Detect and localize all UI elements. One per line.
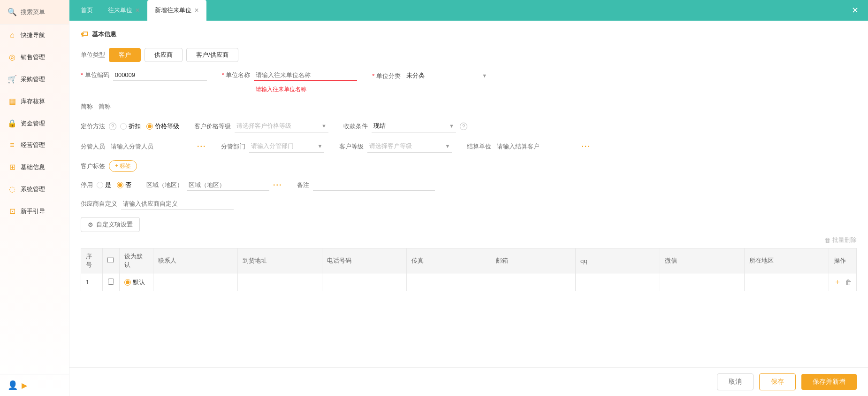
pricing-label: 定价方法 bbox=[81, 122, 105, 131]
cancel-button[interactable]: 取消 bbox=[717, 373, 754, 390]
unit-category-arrow: ▼ bbox=[482, 73, 487, 78]
unit-btn-customer[interactable]: 客户 bbox=[109, 48, 141, 62]
pricing-help-icon[interactable]: ? bbox=[109, 123, 116, 130]
sidebar-item-sales[interactable]: ◎ 销售管理 bbox=[0, 46, 69, 68]
row-checkbox[interactable] bbox=[107, 279, 114, 285]
sidebar-item-basic[interactable]: ⊞ 基础信息 bbox=[0, 156, 69, 178]
tab-partner-list[interactable]: 往来单位 ✕ bbox=[100, 0, 147, 21]
del-row-btn[interactable]: 🗑 bbox=[845, 279, 852, 286]
department-select[interactable]: 请输入分管部门 ▼ bbox=[249, 140, 324, 153]
remark-input[interactable] bbox=[313, 179, 435, 191]
disabled-radio-no[interactable]: 否 bbox=[117, 181, 131, 189]
col-checkbox bbox=[103, 248, 120, 273]
region-table-input[interactable] bbox=[749, 279, 824, 286]
sidebar-item-newbie[interactable]: ⊡ 新手引导 bbox=[0, 200, 69, 222]
supplier-custom-input[interactable] bbox=[121, 198, 234, 210]
sidebar-item-quick-nav[interactable]: ⌂ 快捷导航 bbox=[0, 24, 69, 46]
discount-label: 折扣 bbox=[129, 122, 141, 131]
payment-terms-arrow: ▼ bbox=[449, 123, 454, 129]
price-level-dot bbox=[148, 124, 152, 128]
row-contact bbox=[153, 273, 238, 291]
settlement-input[interactable] bbox=[495, 141, 578, 152]
pricing-radio-discount[interactable]: 折扣 bbox=[120, 122, 141, 131]
unit-btn-supplier[interactable]: 供应商 bbox=[145, 48, 183, 62]
pricing-radio-price-level[interactable]: 价格等级 bbox=[146, 122, 179, 131]
payment-terms-label: 收款条件 bbox=[343, 122, 368, 131]
add-row-btn[interactable]: ＋ bbox=[834, 277, 841, 287]
custom-settings-btn[interactable]: ⚙ 自定义项设置 bbox=[81, 217, 140, 232]
price-level-radio-circle bbox=[146, 123, 153, 130]
sidebar-item-purchase[interactable]: 🛒 采购管理 bbox=[0, 68, 69, 90]
col-action: 操作 bbox=[829, 248, 856, 273]
save-button[interactable]: 保存 bbox=[759, 373, 796, 390]
wechat-input[interactable] bbox=[665, 279, 739, 286]
unit-type-buttons: 客户 供应商 客户/供应商 bbox=[109, 48, 238, 62]
unit-category-label: 单位分类 bbox=[372, 72, 401, 80]
tab-bar: 首页 往来单位 ✕ 新增往来单位 ✕ ✕ bbox=[69, 0, 868, 21]
tag-label: 客户标签 bbox=[81, 162, 105, 171]
tab-home[interactable]: 首页 bbox=[73, 0, 100, 21]
payment-terms-select[interactable]: 现结 ▼ bbox=[372, 120, 456, 132]
unit-category-select[interactable]: 未分类 ▼ bbox=[404, 70, 489, 82]
customer-level-select[interactable]: 请选择客户等级 ▼ bbox=[367, 140, 452, 153]
unit-code-input[interactable] bbox=[113, 70, 207, 81]
sidebar-search[interactable]: 🔍 搜索菜单 bbox=[0, 0, 69, 24]
department-group: 分管部门 请输入分管部门 ▼ bbox=[221, 140, 324, 153]
row-fax bbox=[406, 273, 491, 291]
supplier-custom-row: 供应商自定义 bbox=[81, 198, 857, 210]
sidebar-label-basic: 基础信息 bbox=[21, 163, 45, 171]
row-default-radio[interactable]: 默认 bbox=[124, 278, 148, 287]
sidebar-item-inventory[interactable]: ▦ 库存核算 bbox=[0, 90, 69, 112]
manager-more-btn[interactable]: ··· bbox=[197, 142, 206, 151]
department-placeholder: 请输入分管部门 bbox=[251, 142, 294, 150]
unit-name-group: 单位名称 请输入往来单位名称 bbox=[222, 70, 358, 93]
tab-partner-list-close[interactable]: ✕ bbox=[135, 7, 140, 14]
region-more-btn[interactable]: ··· bbox=[273, 181, 282, 189]
batch-delete-btn[interactable]: 🗑 批量删除 bbox=[81, 236, 857, 244]
short-name-input[interactable] bbox=[97, 101, 190, 112]
tab-home-label: 首页 bbox=[81, 6, 93, 15]
sidebar-item-finance[interactable]: 🔒 资金管理 bbox=[0, 112, 69, 134]
row-phone bbox=[322, 273, 406, 291]
sidebar-item-system[interactable]: ◌ 系统管理 bbox=[0, 178, 69, 200]
disabled-radio-yes[interactable]: 是 bbox=[97, 181, 111, 189]
payment-terms-value: 现结 bbox=[373, 122, 386, 130]
sidebar: 🔍 搜索菜单 ⌂ 快捷导航 ◎ 销售管理 🛒 采购管理 ▦ 库存核算 🔒 资金管… bbox=[0, 0, 69, 396]
contact-input[interactable] bbox=[158, 279, 233, 286]
customer-price-label: 客户价格等级 bbox=[194, 122, 231, 131]
unit-code-name-row: 单位编码 单位名称 请输入往来单位名称 单位分类 未分类 ▼ bbox=[81, 70, 857, 93]
section-title-text: 基本信息 bbox=[92, 30, 116, 39]
tab-new-partner[interactable]: 新增往来单位 ✕ bbox=[147, 0, 206, 21]
tab-bar-close[interactable]: ✕ bbox=[846, 5, 864, 16]
select-all-checkbox[interactable] bbox=[107, 257, 114, 263]
customer-price-select[interactable]: 请选择客户价格等级 ▼ bbox=[235, 120, 328, 132]
finance-icon: 🔒 bbox=[8, 119, 17, 128]
region-input[interactable] bbox=[187, 179, 269, 191]
pricing-group: 定价方法 ? 折扣 价格等级 bbox=[81, 122, 179, 131]
col-address: 到货地址 bbox=[237, 248, 322, 273]
region-group: 区域（地区） ··· bbox=[146, 179, 282, 191]
email-input[interactable] bbox=[496, 279, 571, 286]
manager-group: 分管人员 ··· bbox=[81, 141, 206, 152]
unit-name-input[interactable] bbox=[254, 70, 357, 81]
qq-input[interactable] bbox=[580, 279, 655, 286]
phone-input[interactable] bbox=[327, 279, 402, 286]
save-new-button[interactable]: 保存并新增 bbox=[801, 374, 857, 390]
tag-add-btn[interactable]: + 标签 bbox=[109, 160, 137, 172]
payment-terms-help-icon[interactable]: ? bbox=[460, 123, 467, 130]
gear-icon: ⚙ bbox=[88, 221, 93, 228]
fax-input[interactable] bbox=[411, 279, 486, 286]
sidebar-bottom-user[interactable]: 👤 ▶ bbox=[0, 374, 69, 396]
unit-btn-both[interactable]: 客户/供应商 bbox=[186, 48, 238, 62]
tab-new-partner-close[interactable]: ✕ bbox=[194, 7, 199, 14]
search-icon: 🔍 bbox=[8, 8, 17, 16]
manager-label: 分管人员 bbox=[81, 142, 105, 151]
sidebar-label-finance: 资金管理 bbox=[21, 119, 45, 128]
address-input[interactable] bbox=[243, 279, 317, 286]
default-radio-circle bbox=[124, 279, 131, 286]
sidebar-item-operations[interactable]: ≡ 经营管理 bbox=[0, 134, 69, 156]
manager-input[interactable] bbox=[109, 141, 193, 152]
settlement-more-btn[interactable]: ··· bbox=[581, 142, 590, 151]
supplier-custom-group: 供应商自定义 bbox=[81, 198, 234, 210]
row-region bbox=[744, 273, 829, 291]
